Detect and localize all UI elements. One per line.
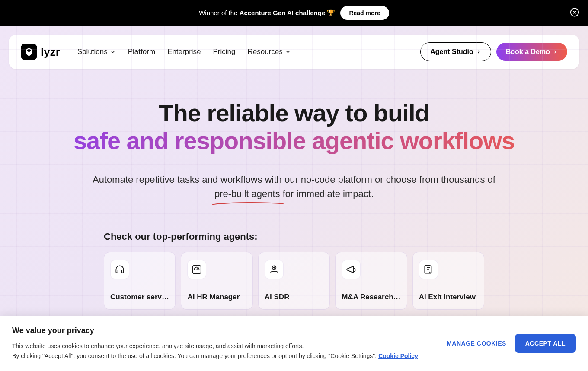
logo[interactable]: lyzr: [21, 44, 60, 60]
agent-card-customer-service[interactable]: Customer service: [104, 252, 176, 310]
agent-card-exit-interview[interactable]: AI Exit Interview: [412, 252, 484, 310]
nav-resources[interactable]: Resources: [248, 48, 291, 56]
hero-subtitle: Automate repetitive tasks and workflows …: [80, 172, 508, 201]
nav-pricing[interactable]: Pricing: [213, 48, 236, 56]
chevron-right-icon: [476, 49, 481, 54]
megaphone-icon: [342, 260, 361, 279]
cookie-text: This website uses cookies to enhance you…: [12, 341, 429, 361]
agent-card-sdr[interactable]: AI SDR: [258, 252, 330, 310]
document-edit-icon: [419, 260, 438, 279]
hero-title-line1: The reliable way to build: [9, 99, 579, 127]
agent-label: AI HR Manager: [187, 293, 246, 301]
chevron-right-icon: [553, 49, 558, 54]
agent-label: Customer service: [110, 293, 169, 301]
book-demo-button[interactable]: Book a Demo: [496, 43, 567, 61]
banner-text: Winner of the Accenture Gen AI challenge…: [199, 9, 335, 17]
agent-studio-button[interactable]: Agent Studio: [420, 42, 491, 61]
agent-label: M&A Research Agent: [342, 293, 400, 301]
announcement-banner: Winner of the Accenture Gen AI challenge…: [0, 0, 588, 26]
close-icon[interactable]: [570, 8, 579, 19]
cookie-heading: We value your privacy: [12, 326, 429, 335]
nav-enterprise[interactable]: Enterprise: [167, 48, 201, 56]
agent-card-ma-research[interactable]: M&A Research Agent: [335, 252, 407, 310]
nav-platform[interactable]: Platform: [128, 48, 155, 56]
hero-title-line2: safe and responsible agentic workflows: [9, 127, 579, 155]
nav-solutions[interactable]: Solutions: [77, 48, 116, 56]
chevron-down-icon: [110, 49, 116, 55]
gauge-icon: [187, 260, 206, 279]
read-more-button[interactable]: Read more: [340, 6, 389, 20]
chevron-down-icon: [285, 49, 291, 55]
headset-icon: [110, 260, 129, 279]
manage-cookies-button[interactable]: MANAGE COOKIES: [447, 340, 506, 347]
agent-label: AI Exit Interview: [419, 293, 478, 301]
cookie-policy-link[interactable]: Cookie Policy: [378, 352, 418, 359]
agent-label: AI SDR: [265, 293, 323, 301]
money-hand-icon: [265, 260, 284, 279]
underline-decoration: [212, 201, 284, 206]
agents-heading: Check our top-performing agents:: [104, 231, 484, 242]
agent-card-hr-manager[interactable]: AI HR Manager: [181, 252, 252, 310]
cookie-banner: We value your privacy This website uses …: [0, 316, 588, 371]
logo-icon: [21, 44, 37, 60]
logo-text: lyzr: [41, 45, 60, 59]
navbar: lyzr Solutions Platform Enterprise Prici…: [9, 35, 579, 69]
accept-all-button[interactable]: ACCEPT ALL: [515, 334, 576, 353]
